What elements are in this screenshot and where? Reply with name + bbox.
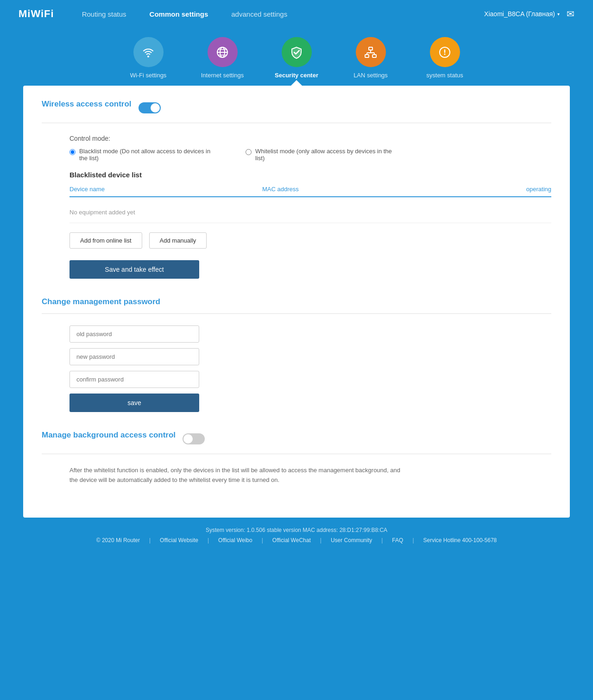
svg-rect-7 — [372, 55, 376, 57]
col-device-name: Device name — [69, 186, 262, 193]
sep2: | — [203, 537, 214, 544]
main-nav: Routing status Common settings advanced … — [82, 8, 484, 20]
lan-icon — [356, 37, 386, 67]
col-mac-address: MAC address — [262, 186, 455, 193]
background-access-toggle[interactable] — [183, 433, 205, 444]
sep1: | — [145, 537, 155, 544]
header-right: Xiaomi_B8CA (Главная) ▾ ✉ — [484, 8, 574, 19]
nav-common-settings[interactable]: Common settings — [150, 8, 208, 20]
radio-group: Blacklist mode (Do not allow access to d… — [69, 148, 551, 162]
background-access-title: Manage background access control — [42, 431, 176, 440]
nav-security-center[interactable]: Security center — [259, 37, 334, 86]
control-mode-label: Control mode: — [69, 135, 551, 142]
svg-rect-6 — [365, 55, 369, 57]
background-access-desc: After the whitelist function is enabled,… — [69, 466, 408, 485]
internet-icon — [208, 37, 238, 67]
nav-routing-status[interactable]: Routing status — [82, 8, 126, 20]
security-label: Security center — [275, 72, 318, 79]
wireless-toggle[interactable] — [139, 102, 161, 113]
old-password-input[interactable] — [69, 325, 199, 343]
no-equipment-msg: No equipment added yet — [69, 202, 551, 223]
blacklist-mode-label: Blacklist mode (Do not allow access to d… — [79, 148, 218, 162]
background-access-section: Manage background access control After t… — [42, 431, 551, 485]
wifi-label: Wi-Fi settings — [130, 72, 167, 79]
add-buttons-row: Add from online list Add manually — [69, 232, 551, 249]
bg-toggle-knob — [183, 434, 193, 444]
wireless-title: Wireless access control — [42, 100, 132, 109]
control-mode-area: Control mode: Blacklist mode (Do not all… — [69, 135, 551, 162]
mail-icon[interactable]: ✉ — [567, 8, 574, 19]
footer: System version: 1.0.506 stable version M… — [0, 518, 593, 553]
nav-advanced-settings[interactable]: advanced settings — [231, 8, 287, 20]
main-content: Wireless access control Control mode: Bl… — [23, 86, 570, 518]
device-name: Xiaomi_B8CA (Главная) — [484, 10, 555, 18]
chevron-down-icon: ▾ — [557, 12, 560, 17]
sep4: | — [315, 537, 326, 544]
footer-links: © 2020 Mi Router | Official Website | Of… — [0, 537, 593, 544]
blacklist-title: Blacklisted device list — [69, 171, 551, 179]
wireless-toggle-row: Wireless access control — [42, 100, 551, 116]
internet-label: Internet settings — [201, 72, 244, 79]
nav-lan-settings[interactable]: LAN settings — [334, 37, 408, 86]
nav-system-status[interactable]: system status — [408, 37, 482, 86]
footer-link-weibo[interactable]: Official Weibo — [214, 537, 257, 544]
logo: MiWiFi — [19, 8, 54, 20]
wireless-access-control-section: Wireless access control Control mode: Bl… — [42, 100, 551, 279]
svg-point-14 — [444, 53, 446, 55]
blacklist-mode-radio[interactable]: Blacklist mode (Do not allow access to d… — [69, 148, 218, 162]
footer-copyright: © 2020 Mi Router — [92, 537, 145, 544]
divider-background — [42, 454, 551, 454]
icon-nav: Wi-Fi settings Internet settings Securit… — [0, 28, 593, 86]
change-password-title: Change management password — [42, 297, 160, 306]
blacklist-radio-input[interactable] — [69, 149, 76, 155]
sep6: | — [408, 537, 418, 544]
whitelist-mode-label: Whitelist mode (only allow access by dev… — [255, 148, 394, 162]
divider-password — [42, 313, 551, 314]
add-online-button[interactable]: Add from online list — [69, 232, 142, 249]
whitelist-radio-input[interactable] — [246, 149, 252, 155]
toggle-knob — [151, 103, 160, 112]
svg-rect-5 — [369, 47, 372, 50]
col-operating: operating — [455, 186, 551, 193]
table-header: Device name MAC address operating — [69, 186, 551, 197]
footer-link-community[interactable]: User Community — [326, 537, 377, 544]
background-toggle-row: Manage background access control — [42, 431, 551, 447]
whitelist-mode-radio[interactable]: Whitelist mode (only allow access by dev… — [246, 148, 394, 162]
footer-link-faq[interactable]: FAQ — [387, 537, 408, 544]
system-icon — [430, 37, 460, 67]
divider-wireless — [42, 123, 551, 123]
footer-link-website[interactable]: Official Website — [155, 537, 203, 544]
lan-label: LAN settings — [353, 72, 388, 79]
new-password-input[interactable] — [69, 348, 199, 365]
sep5: | — [377, 537, 387, 544]
security-icon — [282, 37, 312, 67]
add-manually-button[interactable]: Add manually — [149, 232, 207, 249]
header: MiWiFi Routing status Common settings ad… — [0, 0, 593, 28]
blacklist-section: Blacklisted device list Device name MAC … — [69, 171, 551, 279]
wifi-icon — [133, 37, 164, 67]
confirm-password-input[interactable] — [69, 371, 199, 388]
system-label: system status — [426, 72, 463, 79]
footer-link-wechat[interactable]: Official WeChat — [268, 537, 315, 544]
password-inputs: save — [69, 325, 551, 412]
nav-wifi-settings[interactable]: Wi-Fi settings — [111, 37, 185, 86]
password-save-button[interactable]: save — [69, 394, 199, 412]
sep3: | — [257, 537, 268, 544]
device-selector[interactable]: Xiaomi_B8CA (Главная) ▾ — [484, 10, 560, 18]
footer-link-hotline[interactable]: Service Hotline 400-100-5678 — [419, 537, 502, 544]
nav-internet-settings[interactable]: Internet settings — [185, 37, 259, 86]
system-info: System version: 1.0.506 stable version M… — [0, 527, 593, 533]
save-take-effect-button[interactable]: Save and take effect — [69, 260, 199, 279]
change-password-section: Change management password save — [42, 297, 551, 412]
